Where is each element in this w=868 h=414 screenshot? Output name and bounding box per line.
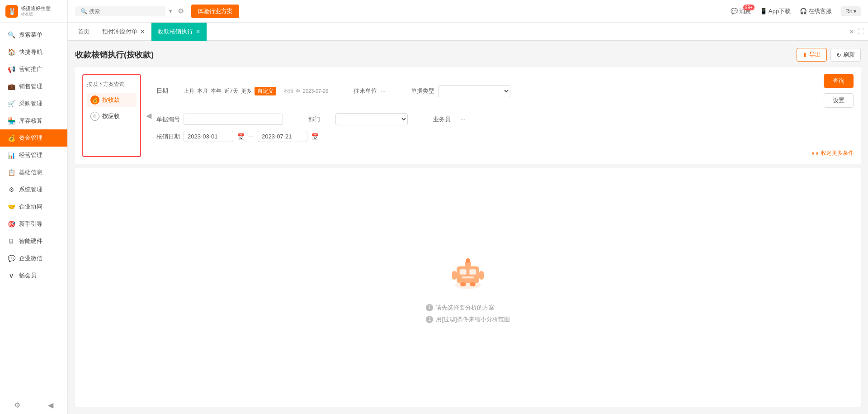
message-button[interactable]: 💬 消息 99+ [731,7,751,15]
date-more[interactable]: 更多 [241,87,252,95]
member-icon: V [7,271,15,280]
message-badge: 99+ [743,5,755,10]
filter-item-doctype: 单据类型 [411,85,510,97]
sidebar-item-shortcut[interactable]: 🏠 快捷导航 [0,43,67,61]
sidebar-item-label: 营销推广 [19,65,42,73]
topbar-chevron-icon[interactable]: ▾ [169,8,172,14]
sidebar-item-marketing[interactable]: 📢 营销推广 [0,61,67,78]
collapse-sidebar-icon[interactable]: ◀ [48,401,53,409]
sidebar-item-search[interactable]: 🔍 搜索菜单 [0,26,67,43]
query-btns: 查询 设置 [824,74,854,108]
collapse-chevron-icon: ∧∧ [811,150,819,157]
operations-icon: 📊 [7,151,15,159]
topbar-search-icon: 🔍 [80,8,87,14]
sidebar-item-hardware[interactable]: 🖥 智能硬件 [0,233,67,250]
system-icon: ⚙ [7,186,15,194]
solution-button[interactable]: 体验行业方案 [191,5,239,18]
sidebar-item-enterprise[interactable]: 🤝 企业协同 [0,198,67,215]
filter-form: 日期 上月 本月 本年 近7天 更多 自定义 不限 至 [156,74,854,157]
service-icon: 🎧 [800,8,807,14]
export-button[interactable]: ⬆ 导出 [797,48,827,62]
sidebar-item-label: 采购管理 [19,100,42,108]
date-start-value: 2023-07-26 [303,88,328,94]
inventory-icon: 🏪 [7,117,15,125]
date-this-year[interactable]: 本年 [211,87,222,95]
tab-prepay-close-icon[interactable]: ✕ [140,29,145,35]
doctype-label: 单据类型 [411,87,434,95]
username-label: Rit [845,8,852,14]
sidebar-item-purchase[interactable]: 🛒 采购管理 [0,95,67,112]
tab-prepay[interactable]: 预付冲应付单 ✕ [96,23,151,41]
date-custom[interactable]: 自定义 [255,87,276,95]
collapse-arrow-icon: ◀ [146,111,151,120]
settings-bottom-icon[interactable]: ⚙ [14,401,20,409]
sidebar-item-system[interactable]: ⚙ 系统管理 [0,181,67,198]
query-button[interactable]: 查询 [824,74,854,88]
sidebar-item-wechat[interactable]: 💬 企业微信 [0,250,67,267]
sidebar-item-inventory[interactable]: 🏪 库存核算 [0,112,67,129]
tab-close-all-icon[interactable]: ✕ [849,28,854,35]
refresh-button[interactable]: ↻ 刷新 [830,48,861,62]
filter-receivable-label: 按应收 [102,112,120,120]
collapse-more-row: ∧∧ 收起更多条件 [156,149,854,157]
partner-ellipsis: ··· [381,88,386,95]
app-download-button[interactable]: 📱 App下载 [760,7,791,15]
writeoff-end-input[interactable] [258,131,307,142]
topbar-gear-icon[interactable]: ⚙ [178,7,184,15]
collapse-more-btn[interactable]: ∧∧ 收起更多条件 [811,149,854,157]
filter-item-docnum: 单据编号 [156,114,283,125]
sidebar-item-label: 搜索菜单 [19,31,42,39]
sidebar-item-label: 基础信息 [19,168,42,176]
sidebar-item-label: 经营管理 [19,151,42,159]
logo-app-name: 畅捷通好生意 [21,5,51,11]
doctype-select[interactable] [438,85,510,97]
date-last-month[interactable]: 上月 [184,87,194,95]
date-this-month[interactable]: 本月 [197,87,208,95]
enterprise-icon: 🤝 [7,203,15,211]
calendar-end-icon[interactable]: 📅 [311,133,319,140]
date-last-7-days[interactable]: 近7天 [224,87,238,95]
date-label: 日期 [156,87,180,95]
filter-item-staff: 业务员 ··· [433,115,465,124]
partner-label: 往来单位 [354,87,377,95]
filter-receipt-icon: 💰 [90,95,99,105]
purchase-icon: 🛒 [7,100,15,108]
topbar-search-box[interactable]: 🔍 [75,6,165,16]
dept-select[interactable] [335,113,408,125]
docnum-label: 单据编号 [156,115,180,124]
tab-collection[interactable]: 收款核销执行 ✕ [151,23,207,41]
marketing-icon: 📢 [7,65,15,73]
online-service-button[interactable]: 🎧 在线客服 [800,7,832,15]
page-actions: ⬆ 导出 ↻ 刷新 [797,48,861,62]
writeoff-start-input[interactable] [184,131,233,142]
tab-home[interactable]: 首页 [71,23,96,41]
sidebar-item-basic[interactable]: 📋 基础信息 [0,164,67,181]
home-icon: 🏠 [7,48,15,56]
sidebar-item-finance[interactable]: 💰 资金管理 [0,129,67,147]
setting-button[interactable]: 设置 [824,93,854,108]
svg-rect-2 [460,269,467,275]
topbar: 🔍 ▾ ⚙ 体验行业方案 💬 消息 99+ 📱 App下载 🎧 在线客服 Rit… [68,0,868,23]
user-menu[interactable]: Rit ▾ [841,6,861,16]
app-icon: 📱 [760,8,767,14]
sidebar-item-label: 新手引导 [19,220,42,228]
main-area: 🔍 ▾ ⚙ 体验行业方案 💬 消息 99+ 📱 App下载 🎧 在线客服 Rit… [68,0,868,414]
sidebar-item-operations[interactable]: 📊 经营管理 [0,147,67,164]
tab-expand-icon[interactable]: ⛶ [858,28,864,35]
filter-panel: 按以下方案查询 💰 按收款 ⏱ 按应收 ◀ 日期 [75,67,861,164]
filter-option-by-receipt[interactable]: 💰 按收款 [87,93,137,107]
sidebar-item-newbie[interactable]: 🎯 新手引导 [0,215,67,233]
topbar-search-input[interactable] [89,8,134,14]
calendar-start-icon[interactable]: 📅 [237,133,245,140]
svg-rect-1 [457,266,479,284]
tab-collection-close-icon[interactable]: ✕ [196,29,200,35]
sidebar-bottom: ⚙ ◀ [0,396,67,414]
filter-collapse-btn[interactable]: ◀ [145,74,153,157]
filter-option-by-receivable[interactable]: ⏱ 按应收 [87,109,137,124]
content: 收款核销执行(按收款) ⬆ 导出 ↻ 刷新 按以下方案查询 💰 按收款 [68,41,868,414]
sales-icon: 💼 [7,82,15,90]
sidebar-item-member[interactable]: V 畅会员 [0,267,67,284]
sidebar-item-sales[interactable]: 💼 销售管理 [0,78,67,95]
docnum-input[interactable] [184,114,283,125]
hardware-icon: 🖥 [7,237,15,245]
